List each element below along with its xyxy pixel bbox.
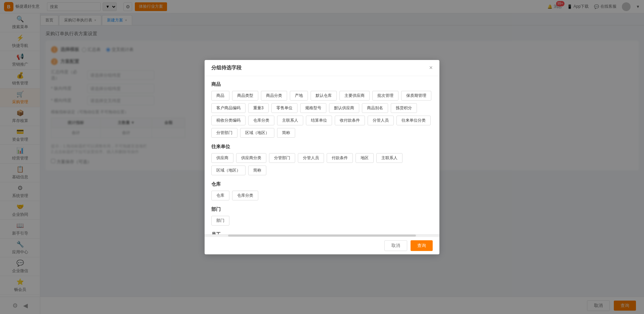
- field-group-warehouse-title: 仓库: [211, 181, 433, 187]
- modal-overlay: 分组待选字段 × 商品 商品 商品类型 商品分类 产地 默认仓库 主要供应商 批…: [0, 0, 644, 314]
- tag-pick-points[interactable]: 拣货积分: [391, 103, 417, 113]
- tag-warehouse[interactable]: 仓库: [211, 191, 229, 200]
- tag-batch-mgmt[interactable]: 批次管理: [372, 91, 398, 101]
- modal-dialog: 分组待选字段 × 商品 商品 商品类型 商品分类 产地 默认仓库 主要供应商 批…: [205, 60, 439, 254]
- tag-expiry-mgmt[interactable]: 保质期管理: [401, 91, 431, 101]
- tag-customer-code[interactable]: 客户商品编码: [211, 103, 246, 113]
- modal-cancel-button[interactable]: 取消: [384, 240, 407, 251]
- modal-confirm-button[interactable]: 查询: [411, 240, 433, 251]
- scrollbar-thumb: [228, 235, 416, 236]
- tag-default-supplier[interactable]: 默认供应商: [329, 103, 359, 113]
- modal-close-button[interactable]: ×: [429, 65, 433, 71]
- modal-title: 分组待选字段: [211, 65, 241, 71]
- tag-partner-person[interactable]: 分管人员: [298, 153, 324, 163]
- field-group-employee-title: 员工: [211, 232, 433, 235]
- field-group-partner-title: 往来单位: [211, 144, 433, 150]
- modal-header: 分组待选字段 ×: [205, 60, 439, 76]
- tag-warehouse-cat[interactable]: 仓库分类: [232, 191, 258, 200]
- field-group-dept-title: 部门: [211, 206, 433, 212]
- tag-abbr-partner[interactable]: 简称: [248, 166, 266, 175]
- tag-origin[interactable]: 产地: [290, 91, 308, 101]
- tag-dept[interactable]: 部门: [211, 216, 229, 226]
- field-group-goods: 商品 商品 商品类型 商品分类 产地 默认仓库 主要供应商 批次管理 保质期管理…: [211, 81, 433, 138]
- tag-region-partner[interactable]: 地区: [356, 153, 374, 163]
- tag-supplier-category[interactable]: 供应商分类: [236, 153, 266, 163]
- field-group-employee: 员工 业务员: [211, 232, 433, 235]
- field-group-partner: 往来单位 供应商 供应商分类 分管部门 分管人员 付款条件 地区 主联系人 区域…: [211, 144, 433, 175]
- tag-abbr-goods[interactable]: 简称: [277, 128, 295, 138]
- modal-horizontal-scrollbar[interactable]: [205, 234, 439, 236]
- tag-goods[interactable]: 商品: [211, 91, 229, 101]
- tag-main-supplier[interactable]: 主要供应商: [339, 91, 370, 101]
- tag-supplier[interactable]: 供应商: [211, 153, 233, 163]
- goods-tags: 商品 商品类型 商品分类 产地 默认仓库 主要供应商 批次管理 保质期管理 客户…: [211, 91, 433, 138]
- tag-goods-type[interactable]: 商品类型: [232, 91, 258, 101]
- tag-region-partner2[interactable]: 区域（地区）: [211, 166, 246, 175]
- tag-spec-model[interactable]: 规格型号: [300, 103, 326, 113]
- field-group-dept: 部门 部门: [211, 206, 433, 226]
- tag-goods-category[interactable]: 商品分类: [261, 91, 287, 101]
- tag-retail-unit[interactable]: 零售单位: [271, 103, 298, 113]
- modal-footer: 取消 查询: [205, 237, 439, 254]
- modal-body: 商品 商品 商品类型 商品分类 产地 默认仓库 主要供应商 批次管理 保质期管理…: [205, 76, 439, 235]
- tag-settlement-unit[interactable]: 结算单位: [306, 116, 332, 125]
- tag-region-goods[interactable]: 区域（地区）: [240, 128, 274, 138]
- tag-main-contact[interactable]: 主联系人: [277, 116, 303, 125]
- tag-dept-manager[interactable]: 分管人员: [368, 116, 394, 125]
- tag-partner-category[interactable]: 往来单位分类: [396, 116, 431, 125]
- tag-payment-terms[interactable]: 收付款条件: [335, 116, 365, 125]
- warehouse-tags: 仓库 仓库分类: [211, 191, 433, 200]
- tag-payment-condition[interactable]: 付款条件: [327, 153, 353, 163]
- tag-weight3[interactable]: 重量3: [248, 103, 269, 113]
- tag-partner-dept[interactable]: 分管部门: [269, 153, 295, 163]
- tag-dept-manage[interactable]: 分管部门: [211, 128, 237, 138]
- tag-main-contact-partner[interactable]: 主联系人: [376, 153, 402, 163]
- field-group-goods-title: 商品: [211, 81, 433, 87]
- tag-warehouse-category[interactable]: 仓库分类: [248, 116, 274, 125]
- tag-goods-alias[interactable]: 商品别名: [362, 103, 388, 113]
- tag-default-warehouse[interactable]: 默认仓库: [311, 91, 337, 101]
- tag-tax-code[interactable]: 税收分类编码: [211, 116, 246, 125]
- partner-tags: 供应商 供应商分类 分管部门 分管人员 付款条件 地区 主联系人 区域（地区） …: [211, 153, 433, 175]
- dept-tags: 部门: [211, 216, 433, 226]
- field-group-warehouse: 仓库 仓库 仓库分类: [211, 181, 433, 200]
